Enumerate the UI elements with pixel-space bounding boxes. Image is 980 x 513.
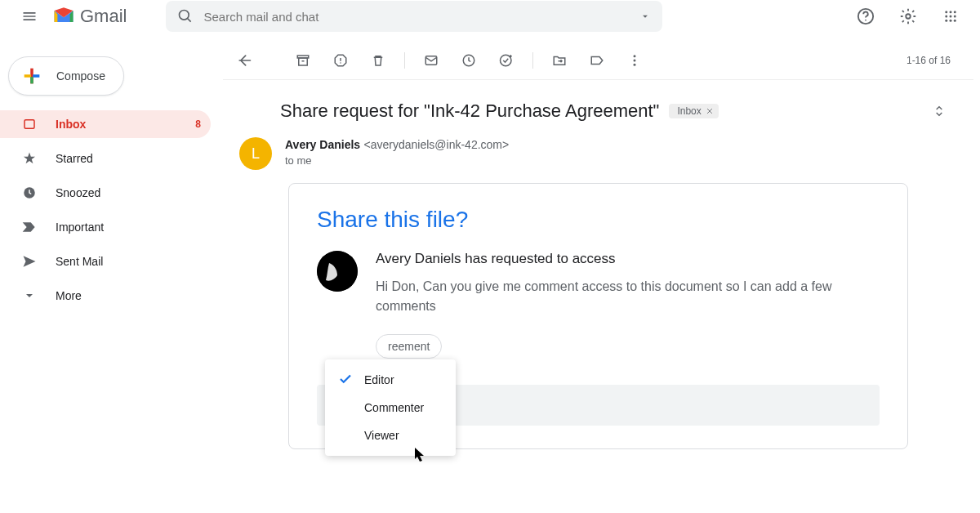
svg-point-3 [865,20,866,21]
mark-unread-button[interactable] [415,44,448,77]
app-name: Gmail [80,6,127,27]
svg-point-32 [634,55,636,57]
header-right [849,0,967,33]
sidebar-item-more[interactable]: More [0,282,211,310]
svg-point-12 [950,20,952,22]
sidebar-item-sent[interactable]: Sent Mail [0,248,211,275]
more-actions-button[interactable] [618,44,651,77]
search-input[interactable] [203,10,630,24]
sidebar-item-inbox[interactable]: Inbox 8 [0,110,211,138]
svg-point-26 [340,62,341,64]
compose-plus-icon [20,65,43,87]
expand-all-button[interactable] [923,95,956,127]
menu-button[interactable] [13,0,46,33]
gmail-m-icon [52,7,75,25]
svg-line-1 [188,19,191,22]
more-vert-icon [627,53,642,68]
clock-icon [22,185,37,200]
dropdown-option-viewer[interactable]: Viewer [325,422,456,449]
gmail-logo[interactable]: Gmail [52,6,127,27]
sidebar-item-important[interactable]: Important [0,213,211,241]
close-icon[interactable] [706,107,714,115]
requester-avatar [317,251,358,292]
delete-button[interactable] [362,44,394,77]
archive-icon [296,53,310,68]
svg-point-35 [317,251,358,292]
settings-button[interactable] [892,0,924,33]
compose-button[interactable]: Compose [8,56,124,96]
help-icon [857,7,875,25]
gear-icon [899,7,917,25]
compose-label: Compose [56,69,105,83]
star-icon [22,151,37,166]
task-icon [499,53,514,68]
sidebar-item-snoozed[interactable]: Snoozed [0,179,211,207]
add-task-button[interactable] [490,44,523,77]
trash-icon [371,53,385,68]
arrow-left-icon [236,52,252,69]
inbox-icon [22,117,37,132]
chevron-down-icon [23,289,36,302]
spam-icon [333,53,348,68]
toolbar: 1-16 of 16 [223,41,973,80]
label-chip[interactable]: Inbox [669,104,718,118]
header: Gmail [0,0,980,33]
dropdown-option-commenter[interactable]: Commenter [325,394,456,422]
svg-point-0 [180,11,189,20]
snooze-button[interactable] [452,44,485,77]
sidebar: Compose Inbox 8 Starred Snoozed Importan… [0,45,211,310]
archive-button[interactable] [287,44,319,77]
sender-avatar: L [239,137,272,170]
important-icon [21,221,38,234]
sender-name: Avery Daniels [285,138,360,151]
help-button[interactable] [849,0,882,33]
document-chip[interactable]: reement [376,334,442,359]
dropdown-option-editor[interactable]: Editor [325,366,456,394]
svg-point-7 [954,11,956,13]
expand-icon [933,105,946,118]
svg-point-10 [954,16,956,18]
svg-point-9 [950,16,952,18]
back-button[interactable] [228,44,261,77]
svg-point-5 [945,11,947,13]
svg-point-33 [634,59,636,61]
search-options-icon[interactable] [639,11,651,22]
labels-button[interactable] [581,44,613,77]
svg-point-6 [950,11,952,13]
apps-grid-icon [943,9,958,24]
apps-button[interactable] [934,0,967,33]
card-title: Share this file? [317,207,880,233]
mouse-cursor-icon [415,448,426,462]
request-line: Avery Daniels has requested to access [376,251,880,267]
svg-point-4 [906,14,911,19]
role-dropdown: Editor Commenter Viewer [325,359,456,456]
svg-point-34 [634,63,636,65]
svg-point-11 [945,20,947,22]
search-bar[interactable] [166,1,662,32]
clock-outline-icon [461,53,476,68]
check-icon [338,372,353,386]
request-body: Hi Don, Can you give me comment access t… [376,277,880,316]
hamburger-icon [21,8,38,25]
subject-row: Share request for "Ink-42 Purchase Agree… [223,80,973,136]
spam-button[interactable] [324,44,357,77]
search-icon [177,8,194,25]
pagination-counter: 1-16 of 16 [906,55,969,66]
sender-row: L Avery Daniels <averydaniels@ink-42.com… [223,136,973,178]
sender-email: <averydaniels@ink-42.com> [364,138,510,151]
email-subject: Share request for "Ink-42 Purchase Agree… [280,100,659,122]
to-line: to me [285,154,509,167]
mail-icon [424,53,439,68]
label-icon [590,53,604,68]
move-to-button[interactable] [543,44,576,77]
svg-point-8 [945,16,947,18]
sent-icon [22,254,37,269]
svg-point-13 [954,20,956,22]
folder-move-icon [552,53,567,68]
sidebar-item-starred[interactable]: Starred [0,145,211,172]
